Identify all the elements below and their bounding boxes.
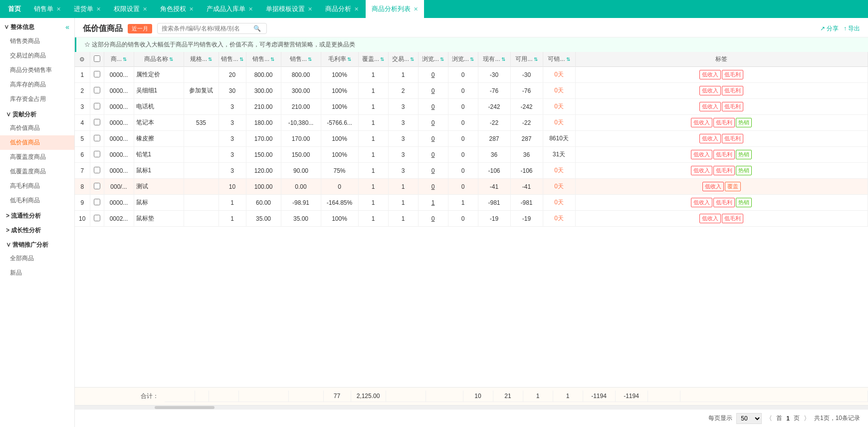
row-browse1[interactable]: 0 xyxy=(418,67,448,83)
sidebar-group-growth[interactable]: > 成长性分析 xyxy=(0,222,74,237)
sidebar-item-inventory-capital[interactable]: 库存资金占用 xyxy=(0,92,74,106)
row-checkbox[interactable] xyxy=(90,163,104,179)
row-checkbox[interactable] xyxy=(90,131,104,147)
prev-page-btn[interactable]: 〈 xyxy=(766,414,772,423)
close-icon[interactable]: ✕ xyxy=(248,6,253,12)
row-select[interactable] xyxy=(94,135,100,141)
browse1-link[interactable]: 0 xyxy=(432,183,435,190)
sidebar-item-low-coverage[interactable]: 低覆盖度商品 xyxy=(0,164,74,179)
row-select[interactable] xyxy=(94,199,100,205)
col-checkbox[interactable] xyxy=(90,52,104,67)
browse1-link[interactable]: 0 xyxy=(432,167,435,174)
tag-label: 低收入 xyxy=(691,150,712,159)
row-checkbox[interactable] xyxy=(90,147,104,163)
row-select[interactable] xyxy=(94,183,100,189)
sidebar-item-low-gross[interactable]: 低毛利商品 xyxy=(0,193,74,208)
browse1-link[interactable]: 0 xyxy=(432,151,435,158)
row-sell: 0天 xyxy=(543,163,575,179)
close-icon[interactable]: ✕ xyxy=(354,6,359,12)
tag-label: 低毛利 xyxy=(713,198,735,207)
search-input[interactable] xyxy=(162,25,251,32)
sidebar-item-new-goods[interactable]: 新品 xyxy=(0,266,74,280)
close-icon[interactable]: ✕ xyxy=(96,6,101,12)
browse1-link[interactable]: 0 xyxy=(432,215,435,222)
browse1-link[interactable]: 0 xyxy=(432,135,435,142)
browse1-link[interactable]: 1 xyxy=(432,199,435,206)
row-s3: 90.00 xyxy=(281,163,321,179)
row-checkbox[interactable] xyxy=(90,195,104,211)
row-select[interactable] xyxy=(94,215,100,221)
row-s2: 170.00 xyxy=(246,131,281,147)
row-browse1[interactable]: 0 xyxy=(418,147,448,163)
sidebar-item-category-sales-rate[interactable]: 商品分类销售率 xyxy=(0,63,74,77)
sidebar-item-sales-goods[interactable]: 销售类商品 xyxy=(0,34,74,48)
select-all-checkbox[interactable] xyxy=(94,55,100,62)
row-checkbox[interactable] xyxy=(90,83,104,99)
sidebar-item-traded-goods[interactable]: 交易过的商品 xyxy=(0,48,74,63)
col-settings[interactable]: ⚙ xyxy=(75,52,90,67)
close-icon[interactable]: ✕ xyxy=(308,6,312,12)
scrollbar-thumb[interactable] xyxy=(155,406,215,409)
sidebar-item-high-gross[interactable]: 高毛利商品 xyxy=(0,179,74,193)
share-btn[interactable]: ↗ 分享 xyxy=(820,24,839,33)
row-sell: 31天 xyxy=(543,147,575,163)
search-icon[interactable]: 🔍 xyxy=(253,25,261,32)
row-checkbox[interactable] xyxy=(90,99,104,115)
nav-product-analysis[interactable]: 商品分析 ✕ xyxy=(319,0,365,18)
table-row: 9 0000... 鼠标 1 60.00 -98.91 -164.85% 1 1… xyxy=(75,195,868,211)
row-spec xyxy=(184,147,218,163)
close-icon[interactable]: ✕ xyxy=(56,6,61,12)
row-browse1[interactable]: 0 xyxy=(418,83,448,99)
sidebar-item-high-coverage[interactable]: 高覆盖度商品 xyxy=(0,150,74,164)
per-page-select[interactable]: 50 100 200 xyxy=(736,413,762,424)
table-container[interactable]: ⚙ 商...⇅ 商品名称⇅ 规格...⇅ 销售...⇅ 销售...⇅ 销售...… xyxy=(75,52,868,387)
nav-home[interactable]: 首页 xyxy=(2,0,27,18)
next-page-btn[interactable]: 〉 xyxy=(804,414,810,423)
row-browse1[interactable]: 0 xyxy=(418,131,448,147)
row-select[interactable] xyxy=(94,71,100,77)
row-cover: 1 xyxy=(358,131,388,147)
sidebar-collapse-btn[interactable]: « xyxy=(64,22,70,32)
export-btn[interactable]: ↑ 导出 xyxy=(844,24,860,33)
sidebar-item-low-value[interactable]: 低价值商品 xyxy=(0,135,74,150)
row-browse1[interactable]: 0 xyxy=(418,179,448,195)
row-checkbox[interactable] xyxy=(90,115,104,131)
row-browse1[interactable]: 0 xyxy=(418,99,448,115)
horizontal-scrollbar[interactable] xyxy=(75,405,868,409)
sidebar-item-high-inventory[interactable]: 高库存的商品 xyxy=(0,77,74,92)
row-checkbox[interactable] xyxy=(90,67,104,83)
row-select[interactable] xyxy=(94,103,100,109)
row-checkbox[interactable] xyxy=(90,179,104,195)
row-checkbox[interactable] xyxy=(90,211,104,227)
close-icon[interactable]: ✕ xyxy=(143,6,147,12)
nav-product-analysis-list[interactable]: 商品分析列表 ✕ xyxy=(366,0,424,18)
row-browse1[interactable]: 0 xyxy=(418,115,448,131)
row-browse1[interactable]: 0 xyxy=(418,211,448,227)
close-icon[interactable]: ✕ xyxy=(189,6,194,12)
row-select[interactable] xyxy=(94,87,100,93)
nav-products-inbound[interactable]: 产成品入库单 ✕ xyxy=(201,0,259,18)
nav-purchase-order[interactable]: 进货单 ✕ xyxy=(68,0,107,18)
row-select[interactable] xyxy=(94,167,100,173)
nav-permissions[interactable]: 权限设置 ✕ xyxy=(108,0,153,18)
nav-template-settings[interactable]: 单据模板设置 ✕ xyxy=(260,0,318,18)
browse1-link[interactable]: 0 xyxy=(432,71,435,78)
row-select[interactable] xyxy=(94,151,100,157)
row-gross: 100% xyxy=(321,147,358,163)
browse2-val: 0 xyxy=(461,215,465,222)
row-gross: 100% xyxy=(321,83,358,99)
sidebar-item-all-goods[interactable]: 全部商品 xyxy=(0,251,74,266)
row-browse1[interactable]: 1 xyxy=(418,195,448,211)
row-select[interactable] xyxy=(94,119,100,125)
browse1-link[interactable]: 0 xyxy=(432,87,435,94)
browse1-link[interactable]: 0 xyxy=(432,119,435,126)
browse1-link[interactable]: 0 xyxy=(432,103,435,110)
sidebar-group-circulation[interactable]: > 流通性分析 xyxy=(0,208,74,222)
close-icon[interactable]: ✕ xyxy=(414,6,418,12)
row-sell: 8610天 xyxy=(543,131,575,147)
nav-roles[interactable]: 角色授权 ✕ xyxy=(154,0,200,18)
time-tag-btn[interactable]: 近一月 xyxy=(128,24,152,33)
nav-sales-order[interactable]: 销售单 ✕ xyxy=(28,0,67,18)
row-browse1[interactable]: 0 xyxy=(418,163,448,179)
sidebar-item-high-value[interactable]: 高价值商品 xyxy=(0,121,74,135)
